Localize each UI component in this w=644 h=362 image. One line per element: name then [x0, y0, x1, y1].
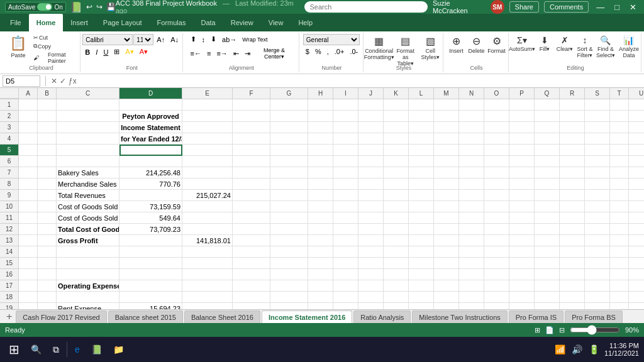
cell-K2[interactable] — [384, 111, 409, 122]
cell-S13[interactable] — [585, 235, 610, 246]
cell-G8[interactable] — [270, 178, 308, 190]
cell-S11[interactable] — [585, 212, 610, 224]
cell-C14[interactable] — [57, 246, 119, 258]
cell-B4[interactable] — [38, 133, 57, 145]
cell-J11[interactable] — [358, 212, 384, 224]
cell-U6[interactable] — [629, 156, 644, 167]
cell-P2[interactable] — [509, 111, 535, 122]
number-format-select[interactable]: General — [303, 34, 360, 45]
cell-L15[interactable] — [409, 258, 434, 269]
cell-J14[interactable] — [358, 246, 384, 258]
cell-A13[interactable] — [19, 235, 38, 246]
cell-O7[interactable] — [484, 167, 509, 178]
cell-R14[interactable] — [560, 246, 585, 258]
normal-view-icon[interactable]: ⊞ — [535, 326, 540, 334]
cell-Q19[interactable] — [535, 303, 560, 309]
cell-H6[interactable] — [308, 156, 333, 167]
cell-R12[interactable] — [560, 224, 585, 235]
cell-L10[interactable] — [409, 201, 434, 212]
cell-P19[interactable] — [509, 303, 535, 309]
cell-Q1[interactable] — [535, 99, 560, 111]
cell-A16[interactable] — [19, 269, 38, 280]
cell-S3[interactable] — [585, 122, 610, 133]
cell-N11[interactable] — [459, 212, 484, 224]
cell-L11[interactable] — [409, 212, 434, 224]
cell-I15[interactable] — [333, 258, 358, 269]
cell-J16[interactable] — [358, 269, 384, 280]
cell-K8[interactable] — [384, 178, 409, 190]
cell-T12[interactable] — [610, 224, 629, 235]
sheet-tab-bs2016[interactable]: Balance Sheet 2016 — [184, 310, 260, 323]
cell-Q12[interactable] — [535, 224, 560, 235]
cell-E3[interactable] — [182, 122, 233, 133]
cell-E5[interactable] — [182, 145, 233, 156]
cell-O1[interactable] — [484, 99, 509, 111]
cell-F4[interactable] — [233, 133, 270, 145]
restore-button[interactable]: □ — [612, 3, 622, 12]
cell-J17[interactable] — [358, 280, 384, 292]
cell-T8[interactable] — [610, 178, 629, 190]
cell-D10[interactable]: 73,159.59 — [119, 201, 182, 212]
cell-A14[interactable] — [19, 246, 38, 258]
cell-H19[interactable] — [308, 303, 333, 309]
cell-L12[interactable] — [409, 224, 434, 235]
cell-E11[interactable] — [182, 212, 233, 224]
cell-N3[interactable] — [459, 122, 484, 133]
cell-U5[interactable] — [629, 145, 644, 156]
cell-E6[interactable] — [182, 156, 233, 167]
cell-J15[interactable] — [358, 258, 384, 269]
cell-F8[interactable] — [233, 178, 270, 190]
cell-O16[interactable] — [484, 269, 509, 280]
cell-F5[interactable] — [233, 145, 270, 156]
align-center-button[interactable]: ≡ — [204, 48, 213, 58]
cell-Q13[interactable] — [535, 235, 560, 246]
cell-G7[interactable] — [270, 167, 308, 178]
cell-D11[interactable]: 549.64 — [119, 212, 182, 224]
paste-button[interactable]: 📋 Paste — [6, 34, 30, 60]
row-head-7[interactable]: 7 — [0, 167, 19, 178]
row-head-15[interactable]: 15 — [0, 258, 19, 269]
cell-S2[interactable] — [585, 111, 610, 122]
cell-M12[interactable] — [434, 224, 459, 235]
cell-C3[interactable] — [57, 122, 119, 133]
align-left-button[interactable]: ≡← — [188, 48, 204, 58]
cell-H15[interactable] — [308, 258, 333, 269]
cell-I10[interactable] — [333, 201, 358, 212]
cell-I14[interactable] — [333, 246, 358, 258]
cell-F14[interactable] — [233, 246, 270, 258]
fill-button[interactable]: ⬇ Fill▾ — [535, 34, 554, 53]
cell-Q7[interactable] — [535, 167, 560, 178]
delete-button[interactable]: ⊖ Delete — [467, 34, 486, 55]
cell-G6[interactable] — [270, 156, 308, 167]
cell-K4[interactable] — [384, 133, 409, 145]
cell-U1[interactable] — [629, 99, 644, 111]
cell-B12[interactable] — [38, 224, 57, 235]
cell-O17[interactable] — [484, 280, 509, 292]
cell-N18[interactable] — [459, 292, 484, 303]
cell-B13[interactable] — [38, 235, 57, 246]
cell-F7[interactable] — [233, 167, 270, 178]
cell-S5[interactable] — [585, 145, 610, 156]
tab-review[interactable]: Review — [223, 14, 261, 31]
cell-H4[interactable] — [308, 133, 333, 145]
sort-filter-button[interactable]: ↕ Sort & Filter▾ — [575, 34, 594, 60]
add-sheet-button[interactable]: + — [3, 310, 16, 323]
cell-I12[interactable] — [333, 224, 358, 235]
undo-icon[interactable]: ↩ — [86, 3, 92, 11]
cell-T18[interactable] — [610, 292, 629, 303]
cell-C4[interactable] — [57, 133, 119, 145]
cell-T15[interactable] — [610, 258, 629, 269]
cell-U10[interactable] — [629, 201, 644, 212]
row-head-5[interactable]: 5 — [0, 145, 19, 156]
font-size-select[interactable]: 11 — [133, 34, 153, 45]
cell-H10[interactable] — [308, 201, 333, 212]
cell-E17[interactable] — [182, 280, 233, 292]
cell-J2[interactable] — [358, 111, 384, 122]
cell-Q15[interactable] — [535, 258, 560, 269]
cell-L4[interactable] — [409, 133, 434, 145]
cell-A15[interactable] — [19, 258, 38, 269]
tab-insert[interactable]: Insert — [63, 14, 96, 31]
cell-J12[interactable] — [358, 224, 384, 235]
cell-S15[interactable] — [585, 258, 610, 269]
cell-A8[interactable] — [19, 178, 38, 190]
